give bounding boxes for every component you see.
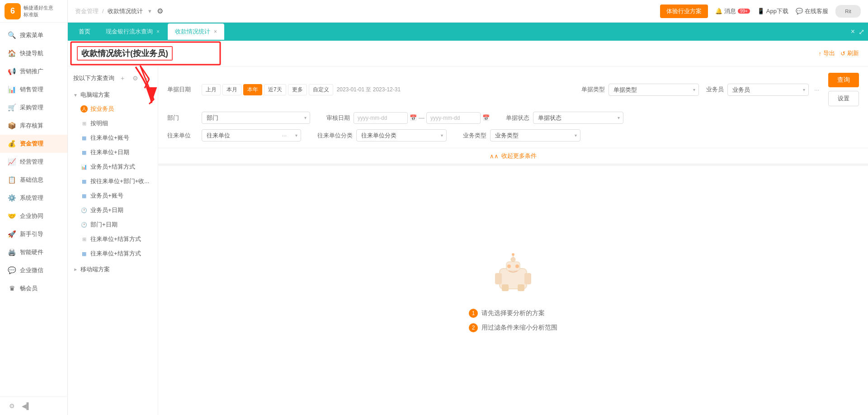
- scheme-customer-settlement2[interactable]: ▦ 往来单位+结算方式: [68, 246, 158, 261]
- left-panel-header: 按以下方案查询 + ⚙ «: [68, 70, 158, 86]
- tab-close-all-btn[interactable]: ×: [851, 28, 855, 36]
- dept-select[interactable]: 部门: [202, 112, 310, 124]
- tab-bank-flow-close[interactable]: ×: [156, 28, 160, 35]
- wechat-icon: 💬: [7, 266, 16, 275]
- customer-category-select-wrapper: 往来单位分类 ▾: [356, 129, 447, 141]
- app-name: 畅捷通好生意 标准版: [24, 5, 53, 18]
- sidebar-item-marketing[interactable]: 📢 营销推广: [0, 62, 67, 80]
- date-filter-label: 单据日期: [167, 85, 194, 94]
- footer-collapse-icon[interactable]: ◀▌: [22, 401, 31, 410]
- online-service-label: 在线客服: [805, 7, 828, 15]
- tab-maximize-btn[interactable]: ⤢: [859, 28, 864, 36]
- customer-category-select[interactable]: 往来单位分类: [356, 129, 447, 141]
- collapse-section[interactable]: ∧∧ 收起更多条件: [158, 148, 868, 164]
- scheme-dept-date[interactable]: 🕐 部门+日期: [68, 217, 158, 232]
- date-btn-this-year[interactable]: 本年: [243, 84, 262, 95]
- user-name: Rit: [845, 9, 851, 14]
- online-service-btn[interactable]: 💬 在线客服: [796, 7, 828, 15]
- sidebar-item-vip[interactable]: ♛ 畅会员: [0, 279, 67, 297]
- breadcrumb-text: 资金管理: [75, 7, 99, 15]
- sidebar-item-search-menu[interactable]: 🔍 搜索菜单: [0, 26, 67, 44]
- user-avatar[interactable]: Rit: [835, 5, 861, 18]
- tab-home[interactable]: 首页: [71, 24, 98, 40]
- doc-type-select[interactable]: 单据类型: [609, 84, 699, 96]
- refresh-label: 刷新: [847, 49, 859, 57]
- app-download-btn[interactable]: 📱 App下载: [757, 7, 788, 15]
- svg-rect-4: [502, 284, 509, 291]
- empty-illustration: [486, 244, 540, 298]
- date-btn-this-month[interactable]: 本月: [222, 84, 241, 95]
- sidebar-item-guide[interactable]: 🚀 新手引导: [0, 225, 67, 243]
- scheme-by-detail[interactable]: ⊞ 按明细: [68, 116, 158, 131]
- system-icon: ⚙️: [7, 193, 16, 203]
- sidebar-item-enterprise[interactable]: 🤝 企业协同: [0, 207, 67, 225]
- filter-area: 单据日期 上月 本月 本年 近7天 更多 自定义 2023-01-01 至 20…: [158, 66, 868, 148]
- sidebar-item-sales[interactable]: 📊 销售管理: [0, 80, 67, 99]
- date-btn-7days[interactable]: 近7天: [264, 84, 286, 95]
- query-btn[interactable]: 查询: [828, 73, 859, 87]
- doc-status-select[interactable]: 单据状态: [533, 112, 623, 124]
- sidebar-item-operations[interactable]: 📈 经营管理: [0, 153, 67, 171]
- sidebar-item-wechat[interactable]: 💬 企业微信: [0, 261, 67, 279]
- salesperson-more-btn[interactable]: ···: [812, 86, 821, 93]
- operations-icon: 📈: [7, 157, 16, 166]
- service-icon: 💬: [796, 8, 803, 14]
- notifications-btn[interactable]: 🔔 消息 99+: [715, 7, 750, 15]
- try-industry-btn[interactable]: 体验行业方案: [660, 5, 708, 18]
- bell-icon: 🔔: [715, 8, 722, 14]
- sidebar-item-quick-nav[interactable]: 🏠 快捷导航: [0, 44, 67, 62]
- scheme-customer-account[interactable]: ▦ 往来单位+账号: [68, 131, 158, 145]
- cal-from-icon[interactable]: 📅: [410, 114, 417, 121]
- empty-steps-list: 1 请先选择要分析的方案 2 用过滤条件来缩小分析范围: [469, 309, 557, 338]
- customer-more-btn[interactable]: ···: [280, 132, 288, 139]
- tab-collection-stats-close[interactable]: ×: [214, 28, 217, 35]
- footer-settings-icon[interactable]: ⚙: [7, 401, 16, 410]
- sidebar-item-hardware[interactable]: 🖨️ 智能硬件: [0, 243, 67, 261]
- desktop-scheme-title[interactable]: ▼ 电脑端方案: [68, 88, 158, 102]
- panel-collapse-btn[interactable]: «: [143, 74, 152, 83]
- sidebar-item-inventory[interactable]: 📦 库存核算: [0, 117, 67, 135]
- sidebar-item-finance[interactable]: 💰 资金管理: [0, 135, 67, 153]
- sidebar-item-purchase[interactable]: 🛒 采购管理: [0, 99, 67, 117]
- scheme-customer-settlement1[interactable]: ⊞ 往来单位+结算方式: [68, 232, 158, 246]
- sidebar-item-system[interactable]: ⚙️ 系统管理: [0, 189, 67, 207]
- mobile-scheme-title[interactable]: ▼ 移动端方案: [68, 263, 158, 276]
- step-1-num: 1: [469, 309, 478, 318]
- step-2-text: 用过滤条件来缩小分析范围: [481, 324, 557, 332]
- date-btn-custom[interactable]: 自定义: [309, 84, 333, 95]
- tab-bank-flow[interactable]: 现金银行流水查询 ×: [99, 24, 167, 40]
- export-btn[interactable]: ↑ 导出: [819, 49, 835, 57]
- purchase-icon: 🛒: [7, 103, 16, 112]
- date-filter-group: 上月 本月 本年 近7天 更多 自定义 2023-01-01 至 2023-12…: [202, 84, 401, 95]
- audit-date-to[interactable]: [426, 112, 481, 124]
- scheme-salesperson-settlement-label: 业务员+结算方式: [90, 163, 135, 171]
- scheme-customer-date[interactable]: ▦ 往来单位+日期: [68, 145, 158, 160]
- scheme-settings-btn[interactable]: ⚙: [131, 74, 140, 83]
- scheme-salesperson-account-label: 业务员+账号: [90, 192, 123, 200]
- scheme-salesperson-settlement[interactable]: 📊 业务员+结算方式: [68, 160, 158, 174]
- salesperson-account-icon: ▦: [80, 192, 88, 199]
- date-btn-last-month[interactable]: 上月: [202, 84, 221, 95]
- filter-row-1: 单据日期 上月 本月 本年 近7天 更多 自定义 2023-01-01 至 20…: [167, 73, 859, 106]
- customer-dept-icon: ▦: [80, 178, 88, 185]
- left-panel-icons: + ⚙ «: [118, 74, 152, 83]
- scheme-salesperson-date[interactable]: 🕐 业务员+日期: [68, 203, 158, 217]
- biz-type-select[interactable]: 业务类型: [490, 129, 580, 141]
- svg-rect-2: [524, 273, 531, 284]
- date-btn-more[interactable]: 更多: [288, 84, 307, 95]
- add-scheme-btn[interactable]: +: [118, 74, 127, 83]
- salesperson-select[interactable]: 业务员: [727, 84, 809, 96]
- breadcrumb-dropdown-icon[interactable]: ▾: [148, 8, 151, 14]
- scheme-salesperson-account[interactable]: ▦ 业务员+账号: [68, 189, 158, 203]
- search-menu-icon: 🔍: [7, 31, 16, 40]
- sidebar-item-basic-info[interactable]: 📋 基础信息: [0, 171, 67, 189]
- doc-status-label: 单据状态: [506, 114, 529, 122]
- cal-to-icon[interactable]: 📅: [482, 114, 490, 121]
- scheme-customer-dept[interactable]: ▦ 按往来单位+部门+收...: [68, 174, 158, 189]
- tab-collection-stats[interactable]: 收款情况统计 ×: [168, 24, 224, 40]
- refresh-btn[interactable]: ↺ 刷新: [840, 49, 859, 57]
- scheme-by-salesperson[interactable]: 人 按业务员: [68, 102, 158, 116]
- audit-date-from[interactable]: [354, 112, 408, 124]
- settings-btn[interactable]: 设置: [828, 91, 859, 106]
- header-settings-icon[interactable]: ⚙: [157, 7, 163, 15]
